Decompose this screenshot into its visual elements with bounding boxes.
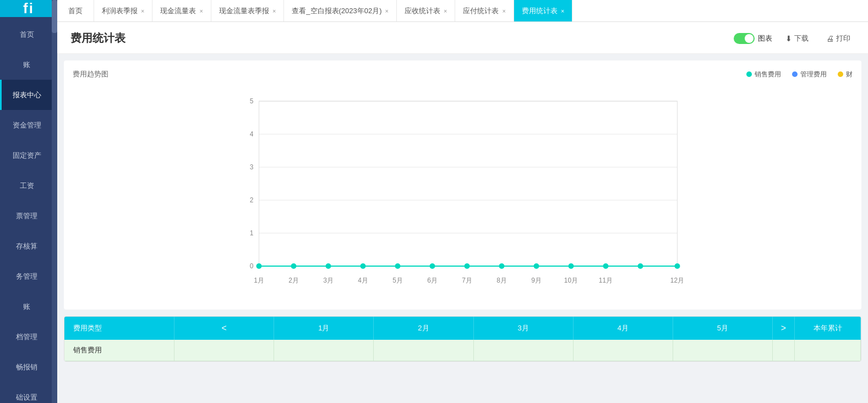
td-m4 <box>574 340 673 361</box>
chart-toggle-wrap: 图表 <box>734 33 772 44</box>
tab-receivable[interactable]: 应收统计表 × <box>397 0 455 22</box>
td-m3 <box>474 340 574 361</box>
tab-close-cashflow-quarterly[interactable]: × <box>272 8 276 14</box>
legend-dot-admin <box>792 71 798 77</box>
svg-point-14 <box>291 263 297 269</box>
svg-text:5: 5 <box>250 97 254 105</box>
tab-close-blank-report[interactable]: × <box>385 8 389 14</box>
svg-point-20 <box>499 263 505 269</box>
svg-point-17 <box>395 263 401 269</box>
tab-bar: 首页 利润表季报 × 现金流量表 × 现金流量表季报 × 查看_空白报表(202… <box>57 0 868 22</box>
legend-dot-finance <box>838 71 843 77</box>
chart-title: 费用趋势图 <box>73 69 108 79</box>
tab-cashflow[interactable]: 现金流量表 × <box>152 0 211 22</box>
sidebar-scrollbar[interactable] <box>52 0 57 403</box>
chart-container: 费用趋势图 销售费用 管理费用 财 <box>64 60 861 310</box>
svg-text:7月: 7月 <box>462 277 472 284</box>
td-total <box>795 340 861 361</box>
legend-dot-sales <box>746 71 752 77</box>
svg-point-23 <box>603 263 609 269</box>
sidebar: fi 首页 账 报表中心 资金管理 固定资产 工资 票管理 存核算 务管理 账 … <box>0 0 57 403</box>
td-m5 <box>673 340 773 361</box>
main-area: 首页 利润表季报 × 现金流量表 × 现金流量表季报 × 查看_空白报表(202… <box>57 0 868 403</box>
svg-text:8月: 8月 <box>496 277 507 284</box>
sidebar-item-fixed-asset[interactable]: 固定资产 <box>0 140 57 170</box>
tab-close-cashflow[interactable]: × <box>199 8 203 14</box>
svg-text:3: 3 <box>250 163 254 171</box>
sidebar-item-ledger[interactable]: 账 <box>0 291 57 322</box>
svg-rect-6 <box>259 101 678 266</box>
table-row: 销售费用 <box>64 340 861 361</box>
svg-text:4月: 4月 <box>358 277 368 284</box>
sidebar-item-archive[interactable]: 档管理 <box>0 322 57 352</box>
tab-cashflow-quarterly[interactable]: 现金流量表季报 × <box>211 0 284 22</box>
legend-item-finance: 财 <box>838 70 853 79</box>
prev-months-button[interactable]: < <box>219 323 228 333</box>
svg-text:11月: 11月 <box>599 277 613 284</box>
svg-text:2: 2 <box>250 196 254 204</box>
tab-close-payable[interactable]: × <box>502 8 505 14</box>
th-m3: 3月 <box>474 317 574 340</box>
chart-toggle[interactable] <box>734 33 755 44</box>
print-icon: 🖨 <box>826 34 834 43</box>
table-header: 费用类型 < 1月 2月 3月 4月 5月 > 本年累计 <box>64 317 861 340</box>
svg-text:1: 1 <box>250 229 254 237</box>
sidebar-item-sale-return[interactable]: 畅报销 <box>0 352 57 382</box>
tab-close-profit-quarterly[interactable]: × <box>141 8 144 14</box>
tab-blank-report[interactable]: 查看_空白报表(2023年02月) × <box>284 0 397 22</box>
th-next[interactable]: > <box>773 317 795 340</box>
sidebar-item-base-setting[interactable]: 础设置 <box>0 382 57 403</box>
legend-item-sales: 销售费用 <box>746 70 781 79</box>
chart-svg-area: 5 4 3 2 1 0 <box>73 85 853 301</box>
sidebar-item-service[interactable]: 务管理 <box>0 261 57 291</box>
td-m0-spacer <box>174 340 274 361</box>
tab-close-receivable[interactable]: × <box>444 8 447 14</box>
svg-point-19 <box>465 263 470 269</box>
expense-table: 费用类型 < 1月 2月 3月 4月 5月 > 本年累计 销售费用 <box>64 316 861 362</box>
sidebar-item-inventory[interactable]: 存核算 <box>0 231 57 261</box>
tab-close-expense[interactable]: × <box>561 8 564 14</box>
svg-text:2月: 2月 <box>288 277 299 284</box>
sidebar-item-fund[interactable]: 资金管理 <box>0 110 57 140</box>
svg-point-25 <box>675 263 680 269</box>
sidebar-item-bill[interactable]: 票管理 <box>0 201 57 231</box>
download-button[interactable]: ⬇ 下载 <box>781 31 813 46</box>
svg-text:4: 4 <box>250 130 254 138</box>
tab-profit-quarterly[interactable]: 利润表季报 × <box>94 0 152 22</box>
sidebar-item-report[interactable]: 报表中心 <box>0 80 57 110</box>
td-next-spacer <box>773 340 795 361</box>
svg-text:5月: 5月 <box>392 277 403 284</box>
sidebar-item-account[interactable]: 账 <box>0 49 57 80</box>
sidebar-item-salary[interactable]: 工资 <box>0 170 57 201</box>
svg-point-18 <box>430 263 435 269</box>
svg-point-21 <box>534 263 539 269</box>
svg-text:0: 0 <box>250 262 254 270</box>
print-button[interactable]: 🖨 打印 <box>822 31 855 46</box>
sidebar-item-home[interactable]: 首页 <box>0 19 57 49</box>
svg-text:6月: 6月 <box>427 277 438 284</box>
th-m2: 2月 <box>374 317 473 340</box>
header-actions: 图表 ⬇ 下载 🖨 打印 <box>734 31 855 46</box>
page-header: 费用统计表 图表 ⬇ 下载 🖨 打印 <box>57 22 868 54</box>
th-year-total: 本年累计 <box>795 317 861 340</box>
td-m1 <box>274 340 374 361</box>
chart-toggle-label: 图表 <box>758 34 772 43</box>
sidebar-scroll-thumb[interactable] <box>52 0 57 33</box>
td-m2 <box>374 340 473 361</box>
page-content: 费用统计表 图表 ⬇ 下载 🖨 打印 <box>57 22 868 403</box>
svg-text:10月: 10月 <box>564 277 578 284</box>
svg-point-24 <box>638 263 643 269</box>
svg-text:12月: 12月 <box>670 277 684 284</box>
next-months-button[interactable]: > <box>779 323 788 333</box>
chart-legend: 销售费用 管理费用 财 <box>746 70 853 79</box>
app-logo: fi <box>0 0 57 17</box>
tab-payable[interactable]: 应付统计表 × <box>455 0 514 22</box>
toggle-knob <box>745 34 754 43</box>
tab-expense[interactable]: 费用统计表 × <box>514 0 572 22</box>
th-prev[interactable]: < <box>174 317 274 340</box>
download-icon: ⬇ <box>785 34 792 43</box>
svg-text:9月: 9月 <box>531 277 542 284</box>
th-type: 费用类型 <box>64 317 174 340</box>
tab-home[interactable]: 首页 <box>57 0 94 22</box>
sidebar-nav: 首页 账 报表中心 资金管理 固定资产 工资 票管理 存核算 务管理 账 档管理… <box>0 17 57 403</box>
